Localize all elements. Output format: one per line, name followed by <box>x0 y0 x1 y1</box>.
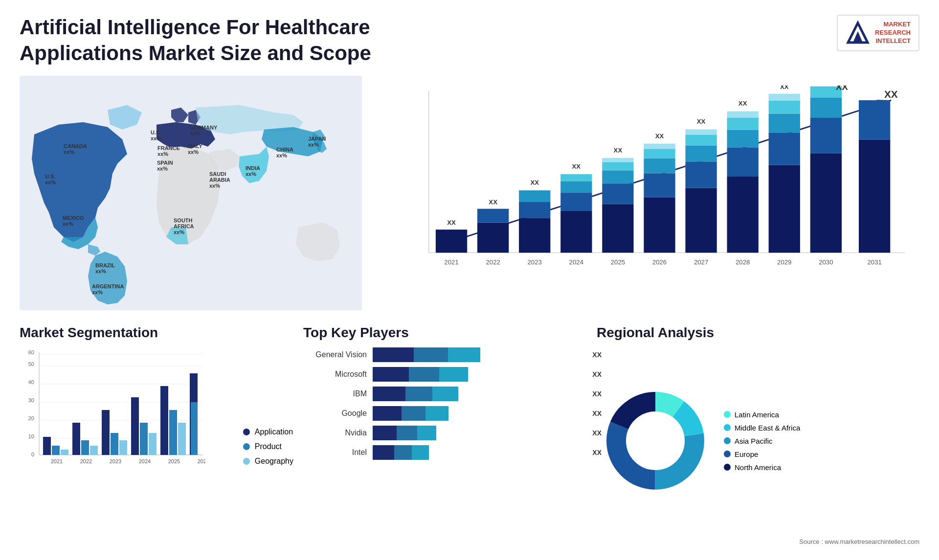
svg-text:CANADA: CANADA <box>64 143 87 149</box>
player-bar-seg1 <box>373 406 402 421</box>
svg-text:ARGENTINA: ARGENTINA <box>92 283 124 289</box>
main-chart-svg: XX 2021 XX 2022 XX 2023 <box>401 86 910 286</box>
svg-text:60: 60 <box>28 349 34 355</box>
donut-area: Latin AmericaMiddle East & AfricaAsia Pa… <box>597 347 919 534</box>
legend-dot-prod <box>243 443 250 450</box>
svg-text:XX: XX <box>884 88 898 100</box>
svg-rect-80 <box>727 130 759 148</box>
svg-rect-135 <box>178 423 186 455</box>
svg-marker-1 <box>853 31 863 43</box>
seg-chart-svg: 0 10 20 30 40 50 60 <box>20 347 205 479</box>
player-bar <box>373 445 429 460</box>
player-bar-seg2 <box>405 387 433 401</box>
player-bar-wrap: XX <box>373 347 587 362</box>
svg-text:U.S.: U.S. <box>45 173 55 179</box>
svg-rect-125 <box>102 410 110 455</box>
reg-legend-item: Asia Pacific <box>724 437 800 445</box>
svg-rect-68 <box>644 144 675 149</box>
svg-rect-94 <box>810 97 842 118</box>
player-bar-seg3 <box>448 347 480 362</box>
player-bar-wrap: XX <box>373 445 587 460</box>
logo-area: MARKET RESEARCH INTELLECT <box>837 15 919 51</box>
svg-text:2030: 2030 <box>819 258 833 266</box>
svg-rect-60 <box>602 162 633 171</box>
svg-rect-127 <box>119 440 127 455</box>
player-bar <box>373 426 436 440</box>
svg-text:xx%: xx% <box>95 268 106 274</box>
svg-rect-99 <box>859 100 890 139</box>
svg-rect-133 <box>160 386 168 455</box>
svg-rect-79 <box>727 148 759 177</box>
map-container: CANADA xx% U.S. xx% MEXICO xx% BRAZIL xx… <box>20 76 362 310</box>
player-bar-seg1 <box>373 445 394 460</box>
svg-rect-117 <box>43 437 51 455</box>
svg-rect-86 <box>769 132 800 165</box>
svg-text:10: 10 <box>28 433 34 439</box>
svg-rect-89 <box>769 94 800 101</box>
svg-text:2025: 2025 <box>611 258 625 266</box>
svg-text:XX: XX <box>655 132 664 140</box>
svg-point-147 <box>627 412 684 469</box>
player-name: General Vision <box>303 350 367 359</box>
player-name: Google <box>303 409 367 418</box>
svg-rect-73 <box>685 146 716 162</box>
player-bar-seg2 <box>397 426 417 440</box>
svg-text:MEXICO: MEXICO <box>63 215 84 221</box>
svg-text:2025: 2025 <box>168 458 180 464</box>
players-title: Top Key Players <box>303 325 587 341</box>
svg-rect-53 <box>560 181 592 193</box>
player-bar-seg2 <box>414 347 448 362</box>
player-bar-wrap: XX <box>373 426 587 440</box>
svg-rect-98 <box>859 139 890 253</box>
logo-line2: RESEARCH <box>875 29 911 37</box>
player-bar <box>373 347 480 362</box>
svg-rect-92 <box>810 153 842 253</box>
world-map-svg: CANADA xx% U.S. xx% MEXICO xx% BRAZIL xx… <box>20 76 362 310</box>
svg-rect-71 <box>685 188 716 253</box>
svg-rect-130 <box>140 423 148 455</box>
logo-line1: MARKET <box>875 21 911 29</box>
logo-icon <box>846 21 870 45</box>
svg-text:xx%: xx% <box>246 171 256 177</box>
svg-text:XX: XX <box>836 86 849 92</box>
legend-product: Product <box>243 442 293 451</box>
player-bar-wrap: XX <box>373 406 587 421</box>
svg-text:2022: 2022 <box>486 258 500 266</box>
player-bar <box>373 387 458 401</box>
legend-geography: Geography <box>243 457 293 466</box>
legend-dot-geo <box>243 458 250 465</box>
svg-rect-61 <box>602 158 633 162</box>
svg-text:xx%: xx% <box>308 142 319 148</box>
svg-text:XX: XX <box>697 118 706 125</box>
player-name: Microsoft <box>303 370 367 379</box>
svg-text:2023: 2023 <box>110 458 121 464</box>
player-name: IBM <box>303 389 367 398</box>
reg-legend-label: Europe <box>735 450 758 458</box>
svg-text:2026: 2026 <box>652 258 667 266</box>
player-bar-label: XX <box>592 370 602 378</box>
svg-rect-118 <box>52 446 60 455</box>
regional-title: Regional Analysis <box>597 325 919 341</box>
svg-text:xx%: xx% <box>188 149 199 155</box>
player-bar-seg3 <box>417 426 436 440</box>
svg-rect-121 <box>72 423 80 455</box>
player-row: IntelXX <box>303 445 587 460</box>
svg-text:2023: 2023 <box>528 258 542 266</box>
player-bar-seg1 <box>373 367 409 382</box>
donut-chart <box>597 382 714 499</box>
svg-text:xx%: xx% <box>64 149 74 155</box>
player-bar-label: XX <box>592 351 602 359</box>
svg-rect-39 <box>436 230 467 253</box>
reg-legend-item: Latin America <box>724 410 800 419</box>
main-bar-chart-container: XX 2021 XX 2022 XX 2023 <box>377 76 919 310</box>
svg-text:2026: 2026 <box>198 458 205 464</box>
svg-rect-46 <box>519 218 550 253</box>
svg-text:50: 50 <box>28 361 34 367</box>
regional-section: Regional Analysis <box>597 325 919 545</box>
reg-legend-dot <box>724 424 731 431</box>
player-row: NvidiaXX <box>303 426 587 440</box>
svg-text:xx%: xx% <box>45 179 56 185</box>
svg-rect-47 <box>519 202 550 218</box>
svg-rect-65 <box>644 173 675 197</box>
bottom-section: Market Segmentation 0 10 20 30 40 50 <box>20 325 919 545</box>
